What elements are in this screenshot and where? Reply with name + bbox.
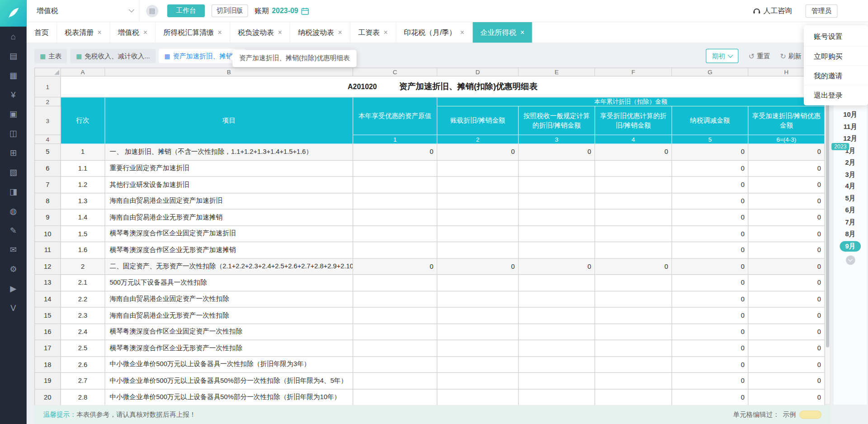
cell-D20[interactable] xyxy=(437,389,519,405)
period-value[interactable]: 2023-09 xyxy=(272,7,298,15)
form-title-cell[interactable]: A201020资产加速折旧、摊销(扣除)优惠明细表 xyxy=(61,76,825,98)
cell-G15[interactable]: 0 xyxy=(672,308,749,324)
row-header-10[interactable]: 10 xyxy=(34,226,61,242)
cell-E20[interactable] xyxy=(519,389,595,405)
cell-A8[interactable]: 1.3 xyxy=(61,193,105,210)
cell-G10[interactable]: 0 xyxy=(672,226,749,242)
cell-A14[interactable]: 2.2 xyxy=(61,291,105,307)
assets-icon[interactable]: ◫ xyxy=(0,124,27,143)
cell-A10[interactable]: 1.5 xyxy=(61,226,105,242)
row-header-12[interactable]: 12 xyxy=(34,258,61,275)
salary-icon[interactable]: ▧ xyxy=(0,162,27,182)
cell-D16[interactable] xyxy=(437,324,519,340)
col-header-G[interactable]: G xyxy=(672,67,749,76)
cell-D9[interactable] xyxy=(437,210,519,226)
cell-H16[interactable]: 0 xyxy=(749,324,825,340)
cell-B10[interactable]: 横琴粤澳深度合作区企业固定资产加速折旧 xyxy=(105,226,354,242)
cell-H8[interactable]: 0 xyxy=(749,193,825,210)
col-header-F[interactable]: F xyxy=(595,67,672,76)
cell-E6[interactable] xyxy=(519,160,595,176)
cell-F6[interactable] xyxy=(595,160,672,176)
cell-F12[interactable]: 0 xyxy=(595,258,672,275)
month-5月[interactable]: 5月 xyxy=(834,193,867,205)
cell-G19[interactable]: 0 xyxy=(672,373,749,389)
cell-B7[interactable]: 其他行业研发设备加速折旧 xyxy=(105,177,354,193)
tutorials-icon[interactable]: ▶ xyxy=(0,279,27,298)
row-header-8[interactable]: 8 xyxy=(34,193,61,210)
cell-E10[interactable] xyxy=(519,226,595,242)
close-icon[interactable]: × xyxy=(143,29,147,36)
cell-A11[interactable]: 1.6 xyxy=(61,242,105,258)
tab-印花税（月/季）[interactable]: 印花税（月/季）× xyxy=(396,22,472,43)
cell-F10[interactable] xyxy=(595,226,672,242)
cell-F16[interactable] xyxy=(595,324,672,340)
cell-B8[interactable]: 海南自由贸易港企业固定资产加速折旧 xyxy=(105,193,354,210)
cell-F17[interactable] xyxy=(595,340,672,357)
cell-G13[interactable]: 0 xyxy=(672,275,749,291)
cell-G8[interactable]: 0 xyxy=(672,193,749,210)
cell-B17[interactable]: 横琴粤澳深度合作区企业无形资产一次性扣除 xyxy=(105,340,354,357)
settings-icon[interactable]: ⚙ xyxy=(0,259,27,279)
reports-icon[interactable]: ▦ xyxy=(0,65,27,85)
cell-B6[interactable]: 重要行业固定资产加速折旧 xyxy=(105,160,354,176)
support-link[interactable]: 人工咨询 xyxy=(753,6,792,16)
cell-C20[interactable] xyxy=(353,389,437,405)
tab-企业所得税[interactable]: 企业所得税× xyxy=(472,22,533,43)
month-3月[interactable]: 3月 xyxy=(834,169,867,181)
cell-D18[interactable] xyxy=(437,357,519,373)
cell-A19[interactable]: 2.7 xyxy=(61,373,105,389)
sheet-tab-免税收入、减计收入...[interactable]: ▦免税收入、减计收入... xyxy=(71,49,156,63)
cell-C12[interactable]: 0 xyxy=(353,258,437,275)
cell-E12[interactable]: 0 xyxy=(519,258,595,275)
home-icon[interactable]: ⌂ xyxy=(0,27,27,46)
cell-A18[interactable]: 2.6 xyxy=(61,357,105,373)
funds-icon[interactable]: ¥ xyxy=(0,85,27,104)
row-header-3[interactable]: 3 xyxy=(34,106,61,135)
opening-period-button[interactable]: 期初 xyxy=(706,49,738,63)
month-11月[interactable]: 11月 xyxy=(834,121,867,133)
service-icon[interactable]: ◍ xyxy=(0,201,27,220)
scroll-down-icon[interactable] xyxy=(845,255,855,265)
col-header-E[interactable]: E xyxy=(519,67,595,76)
close-icon[interactable]: × xyxy=(98,29,102,36)
cell-A12[interactable]: 2 xyxy=(61,258,105,275)
cell-B16[interactable]: 横琴粤澳深度合作区企业固定资产一次性扣除 xyxy=(105,324,354,340)
close-icon[interactable]: × xyxy=(338,29,342,36)
cell-F20[interactable] xyxy=(595,389,672,405)
row-header-17[interactable]: 17 xyxy=(34,340,61,357)
inventory-icon[interactable]: ⊞ xyxy=(0,143,27,162)
cell-D6[interactable] xyxy=(437,160,519,176)
app-logo[interactable] xyxy=(0,0,27,27)
cell-H9[interactable]: 0 xyxy=(749,210,825,226)
cell-H20[interactable]: 0 xyxy=(749,389,825,405)
row-header-1[interactable]: 1 xyxy=(34,76,61,98)
cell-H14[interactable]: 0 xyxy=(749,291,825,307)
cell-A13[interactable]: 2.1 xyxy=(61,275,105,291)
cell-E17[interactable] xyxy=(519,340,595,357)
month-4月[interactable]: 4月 xyxy=(834,181,867,192)
row-header-20[interactable]: 20 xyxy=(34,389,61,405)
scrollbar-thumb[interactable] xyxy=(826,75,829,347)
cell-H5[interactable]: 0 xyxy=(749,144,825,160)
sheet-tab-主表[interactable]: ▦主表 xyxy=(34,49,67,63)
cell-F5[interactable]: 0 xyxy=(595,144,672,160)
tab-增值税[interactable]: 增值税× xyxy=(110,22,156,43)
cell-G20[interactable]: 0 xyxy=(672,389,749,405)
cell-F19[interactable] xyxy=(595,373,672,389)
row-header-18[interactable]: 18 xyxy=(34,357,61,373)
tab-所得税汇算清缴[interactable]: 所得税汇算清缴× xyxy=(156,22,230,43)
invoices-icon[interactable]: ▣ xyxy=(0,104,27,124)
cell-E18[interactable] xyxy=(519,357,595,373)
cell-C17[interactable] xyxy=(353,340,437,357)
close-icon[interactable]: × xyxy=(520,29,524,36)
cell-H13[interactable]: 0 xyxy=(749,275,825,291)
cell-A17[interactable]: 2.5 xyxy=(61,340,105,357)
cell-C8[interactable] xyxy=(353,193,437,210)
cell-A15[interactable]: 2.3 xyxy=(61,308,105,324)
tax-filing-icon[interactable]: ◨ xyxy=(0,182,27,201)
tab-工资表[interactable]: 工资表× xyxy=(350,22,396,43)
cell-G6[interactable]: 0 xyxy=(672,160,749,176)
messages-icon[interactable]: ✉ xyxy=(0,240,27,259)
cell-C14[interactable] xyxy=(353,291,437,307)
cell-G5[interactable]: 0 xyxy=(672,144,749,160)
